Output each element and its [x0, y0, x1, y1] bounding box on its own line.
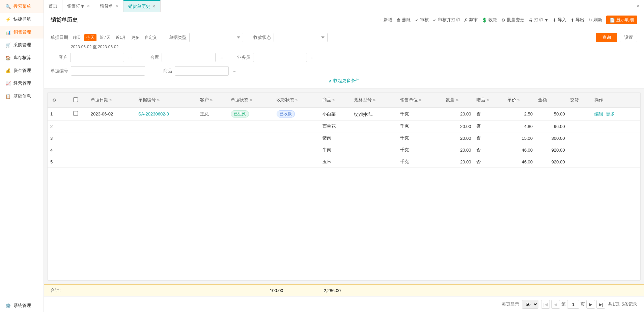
- close-tab-sales-order-icon[interactable]: ✕: [87, 4, 90, 8]
- sys-icon: ⚙️: [5, 303, 11, 308]
- date-btn-custom[interactable]: 自定义: [143, 34, 159, 41]
- warehouse-input[interactable]: [162, 53, 216, 62]
- cell-customer: [197, 132, 228, 144]
- date-btn-more[interactable]: 更多: [129, 34, 141, 41]
- row-checkbox[interactable]: [73, 111, 78, 116]
- col-goods-header[interactable]: 商品 ⇅: [320, 93, 352, 108]
- warehouse-dots[interactable]: ···: [220, 55, 223, 60]
- refresh-button[interactable]: ↻ 刷新: [588, 17, 602, 23]
- collapse-button[interactable]: ∧ 收起更多条件: [329, 78, 360, 84]
- action-btn[interactable]: 编辑: [594, 111, 603, 116]
- customer-input[interactable]: [70, 53, 124, 62]
- prev-page-btn[interactable]: ◀: [551, 300, 560, 309]
- payment-status-select[interactable]: [274, 33, 328, 42]
- doc-type-select[interactable]: [189, 33, 243, 42]
- select-all-checkbox[interactable]: [73, 97, 78, 102]
- sidebar-item-inventory[interactable]: 🏠 库存核算: [0, 51, 44, 64]
- add-button[interactable]: + 新增: [380, 17, 393, 23]
- col-customer-header[interactable]: 客户 ⇅: [197, 93, 228, 108]
- tab-sales-goods[interactable]: 销货单 ✕: [95, 0, 123, 12]
- search-menu[interactable]: 🔍 搜索菜单: [0, 0, 44, 13]
- first-page-btn[interactable]: |◀: [541, 300, 550, 309]
- filter-row-3: 单据编号 商品 ···: [51, 66, 637, 76]
- total-amount: 2,286.00: [324, 288, 341, 293]
- col-docno-header[interactable]: 单据编号 ⇅: [136, 93, 197, 108]
- pay-status-badge: 已收款: [277, 110, 295, 118]
- cell-spec: [352, 144, 397, 156]
- tab-sales-history[interactable]: 销货单历史 ✕: [123, 0, 161, 12]
- cell-paystatus: [274, 121, 320, 132]
- action-btn[interactable]: 更多: [606, 111, 615, 116]
- doc-number-input[interactable]: [71, 66, 145, 76]
- cell-docstatus: 已生效: [228, 108, 274, 121]
- cell-price: 15.00: [505, 132, 535, 144]
- cell-date: 2023-06-02: [88, 108, 136, 121]
- batch-change-button[interactable]: ⚙ 批量变更: [501, 17, 524, 23]
- sidebar-item-operation[interactable]: 📈 经营管理: [0, 77, 44, 90]
- date-btn-7days[interactable]: 近7天: [98, 34, 112, 41]
- sidebar-item-base-info[interactable]: 📋 基础信息: [0, 90, 44, 103]
- tab-sales-order-label: 销售订单: [67, 3, 85, 9]
- staff-input[interactable]: [253, 53, 307, 62]
- col-paystatus-header[interactable]: 收款状态 ⇅: [274, 93, 320, 108]
- next-page-btn[interactable]: ▶: [586, 300, 595, 309]
- main-area: 首页 销售订单 ✕ 销货单 ✕ 销货单历史 ✕ ✕ 销货单历史 + 新增: [44, 0, 644, 312]
- customer-dots[interactable]: ···: [128, 55, 132, 60]
- sidebar-item-finance[interactable]: 💰 资金管理: [0, 64, 44, 77]
- close-tab-sales-goods-icon[interactable]: ✕: [115, 4, 118, 8]
- staff-dots[interactable]: ···: [311, 55, 315, 60]
- sidebar-item-label: 资金管理: [13, 68, 31, 74]
- inventory-icon: 🏠: [5, 55, 11, 60]
- last-page-btn[interactable]: ▶|: [596, 300, 605, 309]
- collect-button[interactable]: 💲 收款: [482, 17, 497, 23]
- print-button[interactable]: 🖨 打印 ▼: [528, 17, 549, 23]
- table-row: 3 猪肉 千克 20.00 否 15.00 300.00: [48, 132, 640, 144]
- date-btn-yesterday[interactable]: 昨天: [71, 34, 83, 41]
- table-settings-icon[interactable]: ⚙: [50, 96, 58, 104]
- discard-button[interactable]: ✗ 弃审: [464, 17, 478, 23]
- sidebar-item-sys-mgmt[interactable]: ⚙️ 系统管理: [0, 299, 44, 312]
- col-date-header[interactable]: 单据日期 ⇅: [88, 93, 136, 108]
- total-qty: 100.00: [270, 288, 283, 293]
- cell-docstatus: [228, 144, 274, 156]
- sidebar-item-purchase-mgmt[interactable]: 🛒 采购管理: [0, 38, 44, 51]
- tab-home[interactable]: 首页: [44, 0, 62, 12]
- sidebar-item-quick-nav[interactable]: ⚡ 快捷导航: [0, 13, 44, 26]
- date-range-display: 2023-06-02 至 2023-06-02: [71, 44, 637, 50]
- col-unit-header[interactable]: 销售单位 ⇅: [397, 93, 443, 108]
- cell-customer: [197, 144, 228, 156]
- setting-button[interactable]: 设置: [620, 33, 637, 42]
- col-docstatus-header[interactable]: 单据状态 ⇅: [228, 93, 274, 108]
- col-gift-header[interactable]: 赠品 ⇅: [474, 93, 504, 108]
- audit-print-button[interactable]: ✓ 审核并打印: [433, 17, 460, 23]
- col-qty-header[interactable]: 数量 ⇅: [443, 93, 474, 108]
- pagination: 每页显示 50 |◀ ◀ 第 页 ▶ ▶| 共1页, 5条记录: [44, 296, 644, 312]
- audit-button[interactable]: ✓ 审核: [415, 17, 429, 23]
- window-close-icon[interactable]: ✕: [636, 3, 640, 8]
- tab-sales-order[interactable]: 销售订单 ✕: [62, 0, 95, 12]
- delete-button[interactable]: 🗑 删除: [396, 17, 411, 23]
- goods-dots[interactable]: ···: [233, 69, 236, 74]
- col-spec-header[interactable]: 规格型号 ⇅: [352, 93, 397, 108]
- doc-no-link[interactable]: SA-20230602-0: [138, 111, 169, 116]
- close-tab-sales-history-icon[interactable]: ✕: [152, 4, 156, 9]
- col-action-label: 操作: [594, 97, 603, 102]
- col-date-label: 单据日期: [91, 97, 108, 102]
- col-docno-label: 单据编号: [138, 97, 156, 102]
- sidebar-item-sales-mgmt[interactable]: 📊 销售管理: [0, 26, 44, 38]
- per-page-select[interactable]: 50: [522, 300, 538, 309]
- goods-input[interactable]: [175, 66, 229, 76]
- cell-gift: 否: [474, 121, 504, 132]
- cell-qty: 20.00: [443, 121, 474, 132]
- import-button[interactable]: ⬇ 导入: [553, 17, 566, 23]
- col-price-header[interactable]: 单价 ⇅: [505, 93, 535, 108]
- export-button[interactable]: ⬆ 导出: [570, 17, 584, 23]
- cell-date: [88, 144, 136, 156]
- cell-price: 46.00: [505, 144, 535, 156]
- cell-goods: 玉米: [320, 156, 352, 168]
- date-btn-1month[interactable]: 近1月: [114, 34, 128, 41]
- date-btn-today[interactable]: 今天: [84, 34, 96, 41]
- page-input[interactable]: [567, 300, 579, 309]
- query-button[interactable]: 查询: [596, 33, 617, 42]
- show-detail-button[interactable]: 📄 显示明细: [606, 16, 637, 24]
